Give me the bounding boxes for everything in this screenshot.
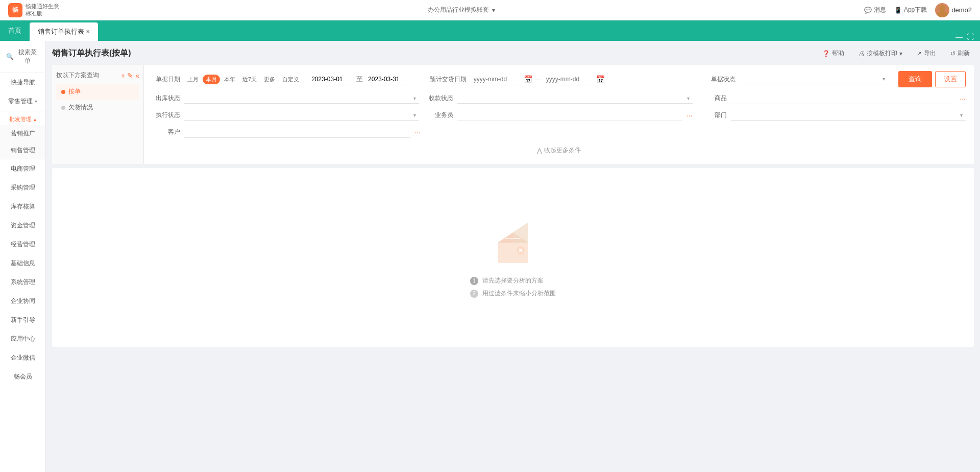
minimize-icon[interactable]: — — [955, 33, 963, 41]
execution-chevron-icon: ▾ — [413, 112, 416, 118]
date-separator: 至 — [356, 75, 363, 84]
settings-button[interactable]: 设置 — [935, 71, 966, 87]
export-button[interactable]: ↗ 导出 — [913, 47, 940, 60]
status-chevron-icon: ▾ — [883, 76, 885, 82]
header-right: 💬 消息 📱 App下载 demo2 — [864, 3, 972, 17]
collapse-arrow-icon: ⋀ — [537, 147, 542, 154]
sidebar-item-guide[interactable]: 新手引导 — [0, 311, 45, 329]
edit-scheme-icon[interactable]: ✎ — [127, 72, 133, 80]
help-button[interactable]: ❓ 帮助 — [818, 47, 848, 60]
sidebar-item-system[interactable]: 系统管理 — [0, 273, 45, 292]
expected-date-from-input[interactable] — [471, 74, 522, 85]
tab-home[interactable]: 首页 — [0, 20, 30, 41]
empty-tips: 1 请先选择要分析的方案 2 用过滤条件来缩小分析范围 — [470, 276, 556, 298]
customer-more-icon[interactable]: ··· — [414, 128, 421, 136]
department-label: 部门 — [699, 111, 727, 120]
user-area[interactable]: demo2 — [935, 3, 972, 17]
sales-rep-input[interactable] — [457, 109, 682, 121]
empty-tip-2: 2 用过滤条件来缩小分析范围 — [470, 289, 556, 298]
expected-date-label: 预计交货日期 — [430, 75, 467, 84]
date-to-input[interactable] — [365, 74, 411, 85]
scheme-item-by-order[interactable]: 按单 — [56, 84, 139, 100]
scheme-item-shortage[interactable]: 欠货情况 — [56, 100, 139, 115]
search-icon: 🔍 — [6, 53, 14, 60]
message-button[interactable]: 💬 消息 — [864, 6, 886, 14]
outbound-select[interactable]: ▾ — [184, 93, 419, 104]
export-icon: ↗ — [917, 50, 922, 57]
status-label: 单据状态 — [707, 75, 736, 84]
status-select[interactable]: ▾ — [740, 74, 889, 84]
calendar-to-icon[interactable]: 📅 — [596, 75, 605, 83]
user-name: demo2 — [951, 6, 972, 14]
date-tab-this-month[interactable]: 本月 — [203, 75, 220, 84]
action-buttons: 查询 设置 — [898, 71, 966, 87]
sidebar-item-member[interactable]: 畅会员 — [0, 367, 45, 386]
avatar — [935, 3, 949, 17]
sidebar-item-inventory[interactable]: 库存核算 — [0, 197, 45, 216]
message-icon: 💬 — [864, 7, 872, 14]
product-input[interactable] — [731, 92, 956, 104]
sidebar-item-sales[interactable]: 销售管理 — [0, 142, 45, 159]
tab-sales-execution[interactable]: 销售订单执行表 × — [30, 22, 98, 41]
collapse-scheme-icon[interactable]: « — [135, 72, 139, 80]
product-more-icon[interactable]: ··· — [960, 95, 966, 103]
print-icon: 🖨 — [859, 50, 865, 57]
sidebar-item-wholesale[interactable]: 批发管理 ▴ — [0, 111, 45, 125]
sidebar-item-finance[interactable]: 资金管理 — [0, 216, 45, 235]
filter-row-2: 出库状态 ▾ 收款状态 ▾ — [152, 92, 966, 104]
breadcrumb[interactable]: 办公用品行业模拟账套 ▾ — [428, 6, 495, 14]
app-download-button[interactable]: 📱 App下载 — [894, 6, 927, 14]
date-field-group: 单据日期 上月 本月 本年 近7天 更多 自定义 至 — [152, 74, 424, 85]
search-menu-button[interactable]: 🔍 搜索菜单 — [4, 46, 41, 67]
sales-rep-more-icon[interactable]: ··· — [687, 111, 693, 120]
date-tab-last-month[interactable]: 上月 — [184, 75, 202, 84]
payment-field-group: 收款状态 ▾ — [425, 93, 692, 104]
svg-point-0 — [939, 5, 945, 11]
search-button[interactable]: 查询 — [898, 71, 932, 87]
sidebar-item-basic[interactable]: 基础信息 — [0, 254, 45, 273]
sidebar-item-apps[interactable]: 应用中心 — [0, 329, 45, 348]
refresh-button[interactable]: ↺ 刷新 — [946, 47, 974, 60]
date-tab-7days[interactable]: 近7天 — [239, 75, 260, 84]
top-header: 畅 畅捷通好生意 标准版 办公用品行业模拟账套 ▾ 💬 消息 📱 App下载 d… — [0, 0, 980, 20]
filter-scheme-title: 按以下方案查询 + ✎ « — [56, 71, 139, 80]
empty-tip-1: 1 请先选择要分析的方案 — [470, 276, 556, 285]
execution-field-group: 执行状态 ▾ — [152, 110, 419, 121]
date-tab-this-year[interactable]: 本年 — [221, 75, 238, 84]
sidebar-item-quick-nav[interactable]: 快捷导航 — [0, 73, 45, 92]
help-icon: ❓ — [822, 50, 830, 57]
date-from-input[interactable] — [308, 74, 354, 85]
sidebar-item-enterprise[interactable]: 企业协同 — [0, 292, 45, 311]
department-select[interactable]: ▾ — [731, 110, 966, 121]
date-tabs: 上月 本月 本年 近7天 更多 自定义 — [184, 75, 302, 84]
breadcrumb-arrow-icon: ▾ — [492, 7, 495, 14]
payment-select[interactable]: ▾ — [457, 93, 692, 104]
date-tab-custom[interactable]: 自定义 — [279, 75, 302, 84]
department-field-group: 部门 ▾ — [699, 110, 966, 121]
sidebar-item-retail[interactable]: 零售管理 ▾ — [0, 92, 45, 111]
customer-input[interactable] — [184, 126, 410, 138]
quick-nav-label: 快捷导航 — [11, 78, 35, 87]
sidebar-item-ecommerce[interactable]: 电商管理 — [0, 159, 45, 178]
sidebar-item-purchase[interactable]: 采购管理 — [0, 178, 45, 197]
add-scheme-icon[interactable]: + — [121, 72, 125, 80]
maximize-icon[interactable]: ⛶ — [967, 33, 974, 41]
execution-select[interactable]: ▾ — [184, 110, 419, 121]
expected-date-to-input[interactable] — [543, 74, 594, 85]
sidebar-item-marketing[interactable]: 营销推广 — [0, 125, 45, 142]
collapse-more-button[interactable]: ⋀ 收起更多条件 — [152, 143, 966, 158]
page-content: 销售订单执行表(按单) ❓ 帮助 🖨 按模板打印 ▾ ↗ 导出 — [46, 41, 980, 472]
page-title-bar: 销售订单执行表(按单) ❓ 帮助 🖨 按模板打印 ▾ ↗ 导出 — [52, 47, 974, 60]
customer-label: 客户 — [152, 128, 180, 136]
sidebar-item-wechat[interactable]: 企业微信 — [0, 348, 45, 367]
payment-chevron-icon: ▾ — [687, 96, 690, 101]
svg-point-1 — [937, 11, 947, 17]
print-button[interactable]: 🖨 按模板打印 ▾ — [854, 47, 906, 60]
product-label: 商品 — [699, 94, 727, 103]
date-tab-more[interactable]: 更多 — [261, 75, 278, 84]
sidebar-item-operations[interactable]: 经营管理 — [0, 235, 45, 254]
chevron-up-icon: ▴ — [34, 116, 36, 122]
calendar-from-icon[interactable]: 📅 — [524, 75, 532, 83]
page-title: 销售订单执行表(按单) — [52, 48, 131, 59]
page-actions: ❓ 帮助 🖨 按模板打印 ▾ ↗ 导出 ↺ 刷新 — [818, 47, 974, 60]
